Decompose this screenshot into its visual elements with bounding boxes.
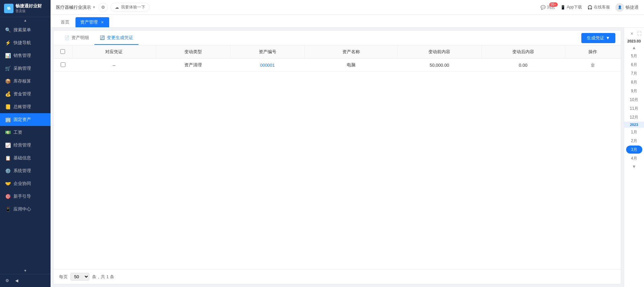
row-action: 🗑 bbox=[565, 59, 621, 72]
chevron-down-icon: ▼ bbox=[92, 5, 96, 9]
headset-icon: 🎧 bbox=[587, 5, 592, 10]
sub-tabs-left: 📄 资产明细 🔄 变更生成凭证 bbox=[59, 31, 139, 45]
sub-tab-asset-detail[interactable]: 📄 资产明细 bbox=[59, 31, 94, 45]
table-row: -- 资产清理 000001 电脑 bbox=[54, 59, 621, 72]
month-item-apr[interactable]: 4月 bbox=[626, 154, 642, 162]
month-item-10[interactable]: 10月 bbox=[626, 96, 642, 104]
table-header-checkbox bbox=[54, 45, 72, 59]
sidebar-item-apps[interactable]: 📱 应用中心 bbox=[0, 203, 51, 216]
messages-button[interactable]: 💬 消息 99+ bbox=[541, 4, 555, 10]
message-badge: 99+ bbox=[549, 2, 558, 7]
funds-icon: 💰 bbox=[5, 91, 11, 97]
guide-icon: 🎯 bbox=[5, 194, 11, 199]
change-icon: 🔄 bbox=[100, 35, 105, 40]
year-label: 2023.03 bbox=[626, 37, 642, 44]
sidebar-item-guide[interactable]: 🎯 新手引导 bbox=[0, 190, 51, 203]
sub-tabs: 📄 资产明细 🔄 变更生成凭证 生成凭证 ▼ bbox=[54, 31, 621, 45]
month-item-12[interactable]: 12月 bbox=[626, 113, 642, 121]
search-icon: 🔍 bbox=[5, 27, 11, 33]
table-header-after-content: 变动后内容 bbox=[481, 45, 565, 59]
cloud-icon: ☁ bbox=[115, 5, 119, 10]
panel-expand-button[interactable]: ⛶ bbox=[636, 30, 643, 37]
app-download-button[interactable]: 📱 App下载 bbox=[560, 4, 582, 10]
sidebar-scroll-up[interactable]: ▲ bbox=[0, 17, 51, 24]
support-button[interactable]: 🎧 在线客服 bbox=[587, 4, 610, 10]
panel-scroll-up[interactable]: ▲ bbox=[624, 44, 644, 52]
delete-button[interactable]: 🗑 bbox=[588, 62, 597, 68]
collapse-button[interactable]: ◀ bbox=[13, 277, 20, 284]
table-header-asset-code: 资产编号 bbox=[230, 45, 305, 59]
sidebar-nav: 🔍 搜索菜单 ⚡ 快捷导航 📊 销售管理 🛒 采购管理 📦 库存核算 💰 资金管… bbox=[0, 24, 51, 267]
sidebar-item-inventory[interactable]: 📦 库存核算 bbox=[0, 75, 51, 88]
detail-icon: 📄 bbox=[64, 35, 69, 40]
sidebar-item-search[interactable]: 🔍 搜索菜单 bbox=[0, 24, 51, 36]
data-table: 对应凭证 变动类型 资产编号 资产名称 bbox=[54, 45, 621, 72]
header-left: 医疗器械行业演示 ▼ ⚙ ☁ 我要体验一下 bbox=[56, 3, 150, 12]
top-header: 医疗器械行业演示 ▼ ⚙ ☁ 我要体验一下 💬 消息 99+ 📱 App下载 bbox=[51, 0, 644, 15]
ledger-icon: 📒 bbox=[5, 104, 11, 109]
sidebar-item-management[interactable]: 📈 经营管理 bbox=[0, 139, 51, 152]
select-all-checkbox[interactable] bbox=[60, 49, 65, 54]
settings-icon: ⚙ bbox=[5, 278, 9, 283]
row-asset-code: 000001 bbox=[230, 59, 305, 72]
purchase-icon: 🛒 bbox=[5, 66, 11, 71]
sidebar-logo: 畅 畅捷通好业财 普及版 bbox=[0, 0, 51, 17]
inventory-icon: 📦 bbox=[5, 78, 11, 84]
tab-close-icon[interactable]: ✕ bbox=[100, 20, 104, 25]
management-icon: 📈 bbox=[5, 142, 11, 148]
tab-asset-mgmt[interactable]: 资产管理 ✕ bbox=[75, 17, 109, 27]
row-before-content: 50,000.00 bbox=[398, 59, 481, 72]
panel-close-button[interactable]: ✕ bbox=[628, 30, 635, 37]
generate-voucher-button[interactable]: 生成凭证 ▼ bbox=[581, 33, 615, 43]
sidebar-footer: ⚙ ◀ bbox=[0, 274, 51, 287]
row-voucher: -- bbox=[72, 59, 156, 72]
table-header-change-type: 变动类型 bbox=[156, 45, 230, 59]
basic-icon: 📋 bbox=[5, 155, 11, 161]
sales-icon: 📊 bbox=[5, 53, 11, 58]
table-header-voucher: 对应凭证 bbox=[72, 45, 156, 59]
sidebar-item-sales[interactable]: 📊 销售管理 bbox=[0, 49, 51, 62]
sidebar-item-purchase[interactable]: 🛒 采购管理 bbox=[0, 62, 51, 75]
sidebar-item-basic[interactable]: 📋 基础信息 bbox=[0, 152, 51, 164]
gear-icon: ⚙ bbox=[101, 5, 105, 10]
content-area: 📄 资产明细 🔄 变更生成凭证 生成凭证 ▼ bbox=[51, 28, 644, 287]
table-container: 对应凭证 变动类型 资产编号 资产名称 bbox=[54, 45, 621, 269]
table-header-before-content: 变动前内容 bbox=[398, 45, 481, 59]
sidebar-item-system[interactable]: ⚙️ 系统管理 bbox=[0, 164, 51, 177]
header-settings-button[interactable]: ⚙ bbox=[98, 3, 108, 12]
company-selector[interactable]: 医疗器械行业演示 ▼ bbox=[56, 4, 96, 10]
month-item-5[interactable]: 5月 bbox=[626, 52, 642, 60]
sidebar-item-assets[interactable]: 🏢 固定资产 bbox=[0, 113, 51, 126]
month-item-8[interactable]: 8月 bbox=[626, 78, 642, 86]
header-right: 💬 消息 99+ 📱 App下载 🎧 在线客服 👤 畅捷通 bbox=[541, 3, 639, 12]
sub-tab-change-voucher[interactable]: 🔄 变更生成凭证 bbox=[94, 31, 139, 45]
month-item-jan[interactable]: 1月 bbox=[626, 128, 642, 136]
message-icon: 💬 bbox=[541, 5, 546, 10]
month-item-feb[interactable]: 2月 bbox=[626, 137, 642, 145]
month-item-mar[interactable]: 3月 bbox=[626, 146, 642, 154]
month-item-9[interactable]: 9月 bbox=[626, 87, 642, 95]
settings-button[interactable]: ⚙ bbox=[3, 277, 11, 284]
month-item-11[interactable]: 11月 bbox=[626, 104, 642, 113]
sidebar-item-quicknav[interactable]: ⚡ 快捷导航 bbox=[0, 36, 51, 49]
tab-home[interactable]: 首页 bbox=[56, 17, 74, 27]
panel-scroll-down[interactable]: ▼ bbox=[624, 163, 644, 170]
pagination: 每页 10 20 50 100 条，共 1 条 bbox=[54, 269, 621, 284]
content-main: 📄 资产明细 🔄 变更生成凭证 生成凭证 ▼ bbox=[53, 30, 621, 284]
right-panel: ✕ ⛶ 2023.03 ▲ 5月 6月 7月 8月 9月 10月 11月 12月… bbox=[624, 28, 644, 287]
sidebar-item-enterprise[interactable]: 🤝 企业协同 bbox=[0, 177, 51, 190]
sidebar-item-ledger[interactable]: 📒 总账管理 bbox=[0, 100, 51, 113]
experience-button[interactable]: ☁ 我要体验一下 bbox=[111, 3, 150, 12]
sidebar-item-payroll[interactable]: 💵 工资 bbox=[0, 126, 51, 139]
row-after-content: 0.00 bbox=[481, 59, 565, 72]
user-info[interactable]: 👤 畅捷通 bbox=[615, 3, 639, 12]
sidebar-scroll-down[interactable]: ▼ bbox=[0, 267, 51, 274]
phone-icon: 📱 bbox=[560, 5, 565, 10]
row-checkbox[interactable] bbox=[61, 62, 65, 67]
page-size-select[interactable]: 10 20 50 100 bbox=[70, 273, 89, 281]
logo-icon: 畅 bbox=[4, 4, 13, 13]
sidebar-item-funds[interactable]: 💰 资金管理 bbox=[0, 88, 51, 100]
month-item-7[interactable]: 7月 bbox=[626, 69, 642, 77]
month-item-6[interactable]: 6月 bbox=[626, 61, 642, 69]
sidebar: 畅 畅捷通好业财 普及版 ▲ 🔍 搜索菜单 ⚡ 快捷导航 📊 销售管理 🛒 采购… bbox=[0, 0, 51, 287]
